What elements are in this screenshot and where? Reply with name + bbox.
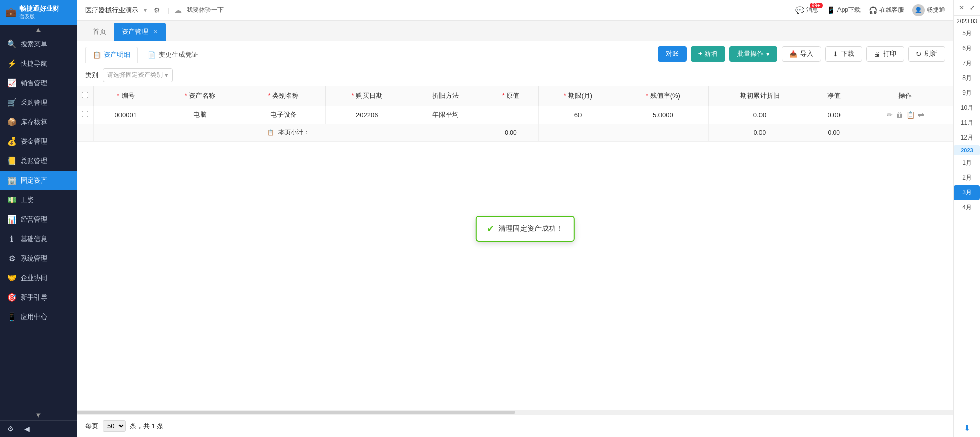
download-icon: ⬇ (833, 50, 838, 58)
sidebar-item-fixed-assets[interactable]: 🏢 固定资产 (0, 171, 77, 190)
right-panel-scroll-down-icon[interactable]: ⬇ (964, 423, 970, 433)
sidebar-item-finance[interactable]: 💰 资金管理 (0, 132, 77, 151)
refresh-button[interactable]: ↻ 刷新 (908, 46, 945, 62)
per-page-select[interactable]: 50 (103, 420, 126, 432)
print-button[interactable]: 🖨 打印 (866, 46, 904, 62)
sidebar-item-purchase[interactable]: 🛒 采购管理 (0, 93, 77, 112)
app-center-icon: 📱 (7, 312, 16, 322)
month-6[interactable]: 6月 (954, 41, 980, 56)
sidebar-item-ledger[interactable]: 📒 总账管理 (0, 151, 77, 171)
tab-home-label: 首页 (93, 28, 106, 35)
sidebar-item-search[interactable]: 🔍 搜索菜单 (0, 34, 77, 54)
subtotal-empty-2 (538, 124, 617, 142)
category-filter-select[interactable]: 请选择固定资产类别 ▾ (103, 68, 173, 82)
tab-close-icon[interactable]: ✕ (153, 29, 158, 35)
subtab-change-voucher[interactable]: 📄 变更生成凭证 (140, 47, 206, 63)
right-panel-close-icon[interactable]: ✕ (959, 4, 964, 11)
print-icon: 🖨 (874, 50, 881, 58)
col-depreciation-method: 折旧方法 (409, 86, 483, 106)
batch-ops-button[interactable]: 批量操作 ▾ (729, 46, 777, 62)
table-header-row: 编号 资产名称 类别名称 购买日期 折旧方法 原值 期限(月) 残值率(%) 期… (77, 86, 953, 106)
sidebar-item-inventory[interactable]: 📦 库存核算 (0, 112, 77, 132)
copy-icon[interactable]: 📋 (906, 111, 915, 119)
settings-icon[interactable]: ⚙ (7, 425, 14, 433)
sidebar-scroll-up[interactable]: ▲ (35, 26, 42, 33)
sidebar-item-app-center[interactable]: 📱 应用中心 (0, 307, 77, 327)
col-name: 资产名称 (158, 86, 242, 106)
month-11[interactable]: 11月 (954, 115, 980, 130)
online-service-button[interactable]: 🎧 在线客服 (869, 6, 904, 14)
select-all-checkbox[interactable] (82, 92, 88, 98)
month-2[interactable]: 2月 (954, 170, 980, 185)
month-8[interactable]: 8月 (954, 71, 980, 86)
sidebar-item-enterprise[interactable]: 🤝 企业协同 (0, 268, 77, 288)
tab-home[interactable]: 首页 (85, 23, 114, 41)
row-original-value (483, 106, 538, 124)
sidebar-item-guide[interactable]: 🎯 新手引导 (0, 288, 77, 307)
sidebar-item-payroll[interactable]: 💵 工资 (0, 190, 77, 210)
col-residual-rate: 残值率(%) (617, 86, 709, 106)
scroll-thumb[interactable] (77, 411, 515, 414)
subtotal-label-cell: 📋 本页小计： (93, 124, 483, 142)
reconcile-button[interactable]: 对账 (658, 46, 687, 62)
add-button[interactable]: + 新增 (691, 46, 725, 62)
subtotal-empty-3 (617, 124, 709, 142)
download-button[interactable]: ⬇ 下载 (825, 46, 862, 62)
category-filter-arrow: ▾ (165, 71, 168, 79)
import-button[interactable]: 📥 导入 (782, 46, 821, 62)
sidebar-scroll-down[interactable]: ▼ (35, 411, 42, 419)
row-checkbox[interactable] (82, 111, 88, 117)
sidebar-item-label: 企业协同 (21, 273, 47, 283)
col-code: 编号 (93, 86, 158, 106)
month-4[interactable]: 4月 (954, 200, 980, 215)
message-button[interactable]: 💬 消息 99+ (795, 6, 818, 14)
row-checkbox-cell[interactable] (77, 106, 93, 124)
toast-check-icon: ✔ (487, 223, 494, 234)
topbar-dropdown-arrow[interactable]: ▾ (144, 7, 147, 14)
month-12[interactable]: 12月 (954, 130, 980, 145)
batch-ops-label: 批量操作 (737, 49, 764, 58)
app-download-label: App下载 (837, 6, 861, 14)
select-all-header[interactable] (77, 86, 93, 106)
refresh-icon: ↻ (916, 50, 922, 58)
app-download-button[interactable]: 📱 App下载 (827, 6, 861, 14)
sidebar-item-quick-nav[interactable]: ⚡ 快捷导航 (0, 54, 77, 73)
sidebar-item-system[interactable]: ⚙ 系统管理 (0, 249, 77, 268)
collapse-sidebar-icon[interactable]: ◀ (24, 425, 30, 433)
subtotal-icon: 📋 (267, 129, 274, 135)
guide-icon: 🎯 (7, 293, 16, 302)
subtab-asset-detail[interactable]: 📋 资产明细 (85, 47, 138, 63)
month-3[interactable]: 3月 (954, 185, 980, 200)
col-category: 类别名称 (242, 86, 325, 106)
user-info[interactable]: 👤 畅捷通 (912, 4, 945, 16)
more-icon[interactable]: ⇌ (918, 111, 924, 119)
horizontal-scrollbar[interactable] (77, 410, 953, 414)
sidebar-item-sales[interactable]: 📈 销售管理 (0, 73, 77, 93)
subtotal-empty-1 (77, 124, 93, 142)
main-area: 医疗器械行业演示 ▾ ⚙ | ☁ 我要体验一下 💬 消息 99+ 📱 App下载… (77, 0, 953, 437)
month-7[interactable]: 7月 (954, 56, 980, 71)
sidebar-item-operations[interactable]: 📊 经营管理 (0, 210, 77, 229)
month-10[interactable]: 10月 (954, 101, 980, 115)
table-row: 000001 电脑 电子设备 202206 年限平均 60 5.0000 0.0… (77, 106, 953, 124)
col-period: 期限(月) (538, 86, 617, 106)
row-actions: ✏ 🗑 📋 ⇌ (857, 106, 953, 124)
import-label: 导入 (800, 49, 813, 58)
right-panel-expand-icon[interactable]: ⤢ (970, 4, 975, 11)
month-1[interactable]: 1月 (954, 155, 980, 170)
month-5[interactable]: 5月 (954, 26, 980, 41)
sidebar-item-label: 资金管理 (21, 137, 47, 146)
tab-asset-mgmt[interactable]: 资产管理 ✕ (114, 23, 166, 41)
topbar-experience-label[interactable]: 我要体验一下 (187, 6, 224, 14)
month-9[interactable]: 9月 (954, 86, 980, 101)
edit-icon[interactable]: ✏ (887, 111, 893, 119)
topbar-gear-icon[interactable]: ⚙ (154, 6, 161, 14)
sidebar-item-label: 销售管理 (21, 78, 47, 88)
delete-icon[interactable]: 🗑 (896, 111, 903, 119)
right-panel-header: ✕ ⤢ (954, 0, 980, 16)
row-initial-accum: 0.00 (709, 106, 811, 124)
col-net-value: 净值 (811, 86, 857, 106)
message-icon: 💬 (795, 6, 804, 14)
secondary-filter-select[interactable] (177, 73, 254, 77)
sidebar-item-basic-info[interactable]: ℹ 基础信息 (0, 229, 77, 249)
